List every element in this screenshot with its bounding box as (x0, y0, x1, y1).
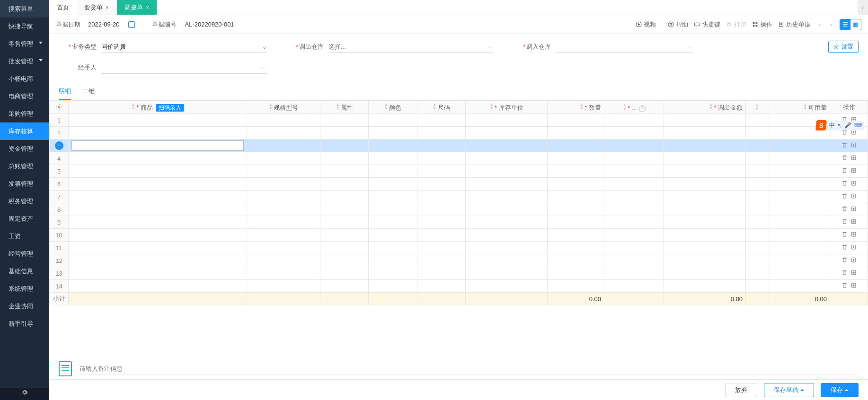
cell[interactable] (604, 242, 664, 254)
cell[interactable] (247, 216, 320, 229)
cell[interactable] (604, 165, 664, 178)
insert-row-icon[interactable] (850, 206, 857, 213)
table-row[interactable]: 14 (50, 280, 868, 293)
ime-lang[interactable]: 中 (829, 122, 835, 130)
ime-punct-icon[interactable]: •, (838, 122, 841, 129)
cell[interactable] (417, 139, 465, 152)
cell[interactable] (69, 191, 247, 203)
cell[interactable] (465, 114, 547, 127)
cell[interactable] (604, 114, 664, 127)
cell[interactable] (746, 152, 769, 165)
grid-config-icon[interactable] (50, 101, 69, 114)
view-toggle[interactable]: ☰ ▦ (840, 19, 861, 30)
cell[interactable] (548, 229, 604, 242)
cell[interactable] (417, 191, 465, 203)
cell[interactable] (417, 178, 465, 191)
help-icon[interactable]: ? (639, 105, 646, 112)
cell[interactable] (769, 267, 830, 280)
cell[interactable] (548, 139, 604, 152)
row-number[interactable]: 11 (50, 242, 69, 254)
insert-row-icon[interactable] (850, 282, 857, 290)
table-row[interactable]: 11 (50, 242, 868, 254)
cell[interactable] (746, 280, 769, 293)
cell[interactable] (69, 114, 247, 127)
col-header-8[interactable]: ▲▼* 调出金额 (664, 101, 745, 114)
field-biz-type[interactable]: *业务类型 同价调拨⌄ (59, 41, 267, 53)
cell[interactable] (664, 280, 745, 293)
insert-row-icon[interactable] (850, 142, 857, 149)
delete-row-icon[interactable] (841, 142, 848, 149)
cell[interactable] (417, 203, 465, 216)
delete-row-icon[interactable] (841, 270, 848, 277)
insert-row-icon[interactable] (850, 244, 857, 252)
cell[interactable] (465, 178, 547, 191)
tab-detail[interactable]: 明细 (59, 84, 71, 100)
cell[interactable] (320, 280, 369, 293)
cell[interactable] (746, 114, 769, 127)
sidebar-item-6[interactable]: 采购管理 (0, 105, 49, 122)
col-header-3[interactable]: ▲▼颜色 (369, 101, 417, 114)
cell[interactable] (247, 152, 320, 165)
sidebar-item-18[interactable]: 新手引导 (0, 315, 49, 332)
cell[interactable] (664, 229, 745, 242)
help-button[interactable]: ?帮助 (668, 20, 688, 29)
cell[interactable] (247, 139, 320, 152)
cell[interactable] (417, 216, 465, 229)
delete-row-icon[interactable] (841, 167, 848, 175)
col-header-2[interactable]: ▲▼属性 (320, 101, 369, 114)
sort-icon[interactable]: ▲▼ (269, 103, 273, 110)
cell[interactable] (746, 203, 769, 216)
table-row[interactable]: 13 (50, 267, 868, 280)
sidebar-item-14[interactable]: 经营管理 (0, 245, 49, 262)
cell[interactable] (320, 114, 369, 127)
cell[interactable] (320, 165, 369, 178)
cell[interactable] (369, 229, 417, 242)
cell[interactable] (320, 267, 369, 280)
tab-0[interactable]: 首页 (49, 0, 77, 15)
sidebar-item-5[interactable]: 电商管理 (0, 87, 49, 105)
cell[interactable] (746, 165, 769, 178)
col-header-4[interactable]: ▲▼尺码 (417, 101, 465, 114)
row-number[interactable]: 7 (50, 191, 69, 203)
insert-row-icon[interactable] (850, 180, 857, 188)
cell[interactable] (247, 229, 320, 242)
cell[interactable] (320, 242, 369, 254)
remark-input[interactable] (80, 363, 859, 375)
cell[interactable] (769, 203, 830, 216)
sidebar-item-17[interactable]: 企业协同 (0, 297, 49, 315)
cell[interactable] (69, 152, 247, 165)
delete-row-icon[interactable] (841, 231, 848, 239)
cell[interactable] (320, 152, 369, 165)
cell[interactable] (604, 267, 664, 280)
cell[interactable] (604, 191, 664, 203)
cell[interactable] (769, 139, 830, 152)
delete-row-icon[interactable] (841, 193, 848, 200)
cell[interactable] (664, 254, 745, 267)
cell[interactable] (664, 127, 745, 139)
field-in-warehouse[interactable]: *调入仓库 ··· (513, 41, 693, 53)
close-icon[interactable]: × (146, 0, 149, 15)
table-row[interactable]: 12 (50, 254, 868, 267)
cell[interactable] (664, 191, 745, 203)
row-number[interactable]: + (50, 139, 69, 152)
table-row[interactable]: 2 (50, 127, 868, 139)
row-number[interactable]: 9 (50, 216, 69, 229)
shortcut-button[interactable]: 快捷键 (694, 20, 720, 29)
cell[interactable] (369, 127, 417, 139)
table-row[interactable]: + (50, 139, 868, 152)
cell[interactable] (69, 203, 247, 216)
cell[interactable] (465, 229, 547, 242)
cell[interactable] (320, 229, 369, 242)
cell[interactable] (417, 165, 465, 178)
cell[interactable] (548, 254, 604, 267)
cell[interactable] (604, 127, 664, 139)
cell[interactable] (369, 139, 417, 152)
cell[interactable] (548, 114, 604, 127)
sidebar-item-4[interactable]: 小畅电商 (0, 70, 49, 87)
view-grid-icon[interactable]: ▦ (850, 19, 861, 30)
cell[interactable] (320, 127, 369, 139)
cell[interactable] (247, 114, 320, 127)
cell[interactable] (664, 203, 745, 216)
cell[interactable] (320, 178, 369, 191)
col-header-0[interactable]: ▲▼* 商品扫码录入 (69, 101, 247, 114)
